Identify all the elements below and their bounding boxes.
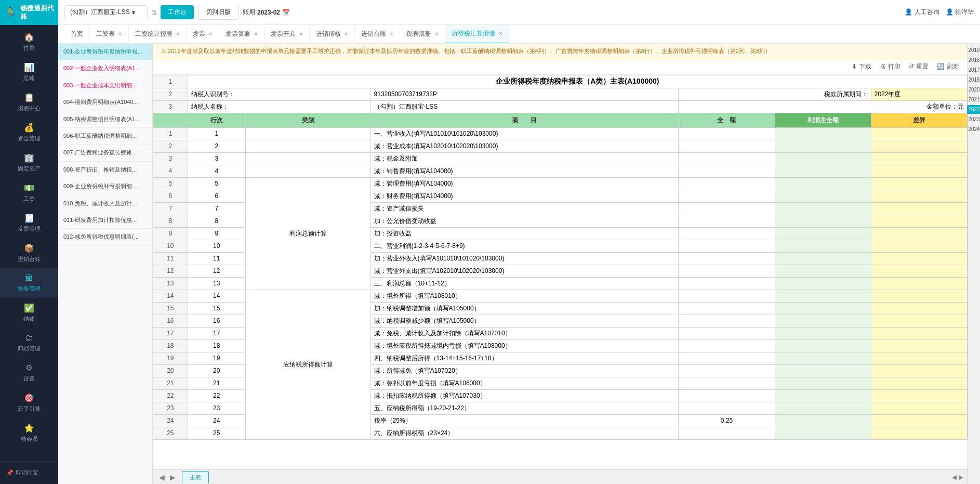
row-diff[interactable] bbox=[871, 290, 967, 302]
row-profit[interactable] bbox=[775, 315, 871, 327]
tab-close-4[interactable]: ✕ bbox=[254, 31, 258, 37]
row-diff[interactable] bbox=[871, 202, 967, 215]
row-amount[interactable] bbox=[679, 427, 775, 439]
row-diff[interactable] bbox=[871, 402, 967, 414]
row-amount[interactable] bbox=[679, 339, 775, 352]
row-diff[interactable] bbox=[871, 427, 967, 439]
sidebar-item-首页[interactable]: 🏠首页 bbox=[0, 27, 58, 57]
row-profit[interactable] bbox=[775, 190, 871, 202]
row-profit[interactable] bbox=[775, 152, 871, 165]
tab-9[interactable]: 所得税汇算清缴✕ bbox=[445, 25, 509, 44]
row-diff[interactable] bbox=[871, 165, 967, 177]
spreadsheet-area[interactable]: 1 企业所得税年度纳税申报表（A类）主表(A100000) 2 纳税人识别号： … bbox=[153, 75, 968, 470]
calendar-icon[interactable]: 📅 bbox=[282, 9, 290, 16]
sidebar-item-工资[interactable]: 💵工资 bbox=[0, 178, 58, 208]
row-diff[interactable] bbox=[871, 190, 967, 202]
download-button[interactable]: ⬇ 下载 bbox=[852, 62, 871, 71]
row-diff[interactable] bbox=[871, 414, 967, 427]
row-amount[interactable] bbox=[679, 302, 775, 315]
list-item-008[interactable]: 008-资产折旧、摊销及纳税... bbox=[58, 162, 152, 178]
year-badge-2019[interactable]: 2019 bbox=[967, 46, 980, 55]
row-profit[interactable] bbox=[775, 364, 871, 377]
sidebar-item-固定资产[interactable]: 🏢固定资产 bbox=[0, 148, 58, 178]
print-button[interactable]: 🖨 打印 bbox=[880, 62, 900, 71]
tab-close-8[interactable]: ✕ bbox=[434, 31, 439, 37]
row-diff[interactable] bbox=[871, 315, 967, 327]
row-diff[interactable] bbox=[871, 252, 967, 265]
row-profit[interactable] bbox=[775, 177, 871, 190]
tab-4[interactable]: 发票算账✕ bbox=[219, 25, 264, 44]
scroll-right-icon[interactable]: ▶ bbox=[959, 474, 963, 481]
list-item-002[interactable]: 002-一般企业收入明细表(A1... bbox=[58, 60, 152, 77]
year-badge-2024[interactable]: 2024 bbox=[967, 125, 980, 134]
copy-icon[interactable]: ⧉ bbox=[152, 9, 156, 16]
tab-close-6[interactable]: ✕ bbox=[344, 31, 348, 37]
year-badge-2016[interactable]: 2016 bbox=[967, 56, 980, 64]
sidebar-item-新手引导[interactable]: 🎯新手引导 bbox=[0, 388, 58, 418]
row-diff[interactable] bbox=[871, 215, 967, 227]
row-amount[interactable] bbox=[679, 352, 775, 364]
list-item-010[interactable]: 010-免税、减计收入及加计... bbox=[58, 195, 152, 212]
row-profit[interactable] bbox=[775, 352, 871, 364]
sheet-tab-main[interactable]: 主表 bbox=[182, 471, 209, 483]
row-profit[interactable] bbox=[775, 290, 871, 302]
nav-next-icon[interactable]: ▶ bbox=[168, 472, 178, 482]
row-amount[interactable] bbox=[679, 202, 775, 215]
list-item-011[interactable]: 011-研发费用加计扣除优惠... bbox=[58, 212, 152, 229]
row-amount[interactable] bbox=[679, 177, 775, 190]
tab-5[interactable]: 发票开具✕ bbox=[264, 25, 310, 44]
nav-prev-icon[interactable]: ◀ bbox=[157, 472, 167, 482]
row-amount[interactable] bbox=[679, 152, 775, 165]
tab-close-7[interactable]: ✕ bbox=[389, 31, 393, 37]
sidebar-item-资金管理[interactable]: 💰资金管理 bbox=[0, 117, 58, 148]
row-diff[interactable] bbox=[871, 227, 967, 240]
tab-8[interactable]: 税表清册✕ bbox=[400, 25, 445, 44]
row-profit[interactable] bbox=[775, 252, 871, 265]
user-service[interactable]: 👤 人工咨询 bbox=[905, 8, 939, 17]
sidebar-item-结账[interactable]: ✅结账 bbox=[0, 298, 58, 328]
tab-close-3[interactable]: ✕ bbox=[208, 31, 213, 37]
tab-3[interactable]: 发票✕ bbox=[187, 25, 219, 44]
tab-close-1[interactable]: ✕ bbox=[118, 31, 122, 37]
row-amount[interactable] bbox=[679, 290, 775, 302]
row-amount[interactable] bbox=[679, 127, 775, 140]
row-amount[interactable] bbox=[679, 240, 775, 252]
year-badge-2018[interactable]: 2018 bbox=[967, 75, 980, 84]
tab-close-9[interactable]: ✕ bbox=[498, 31, 502, 36]
row-profit[interactable] bbox=[775, 277, 871, 290]
row-profit[interactable] bbox=[775, 402, 871, 414]
row-diff[interactable] bbox=[871, 127, 967, 140]
sidebar-item-进销台账[interactable]: 📦进销台账 bbox=[0, 238, 58, 268]
sidebar-item-畅会员[interactable]: ⭐畅会员 bbox=[0, 418, 58, 448]
year-badge-2021[interactable]: 2021 bbox=[967, 95, 980, 104]
row-diff[interactable] bbox=[871, 152, 967, 165]
row-profit[interactable] bbox=[775, 377, 871, 389]
row-diff[interactable] bbox=[871, 339, 967, 352]
list-item-007[interactable]: 007-广告费和业务宣传费摊... bbox=[58, 145, 152, 161]
row-amount[interactable] bbox=[679, 190, 775, 202]
tab-2[interactable]: 工资统计报表✕ bbox=[129, 25, 187, 44]
row-diff[interactable] bbox=[871, 177, 967, 190]
tab-7[interactable]: 进销台账✕ bbox=[355, 25, 400, 44]
sidebar-item-发票管理[interactable]: 🧾发票管理 bbox=[0, 208, 58, 238]
sidebar-item-总账[interactable]: 📊总账 bbox=[0, 57, 58, 87]
row-amount[interactable] bbox=[679, 265, 775, 277]
year-badge-2022[interactable]: 2022 bbox=[967, 105, 980, 114]
year-badge-2017[interactable]: 2017 bbox=[967, 66, 980, 74]
list-item-006[interactable]: 006-职工薪酬纳税调整明细... bbox=[58, 128, 152, 145]
row-amount[interactable] bbox=[679, 252, 775, 265]
switch-old-button[interactable]: 切到旧版 bbox=[198, 5, 239, 20]
sidebar-item-报表中心[interactable]: 📋报表中心 bbox=[0, 87, 58, 117]
workspace-button[interactable]: 工作台 bbox=[161, 5, 194, 19]
row-profit[interactable] bbox=[775, 127, 871, 140]
row-diff[interactable] bbox=[871, 352, 967, 364]
row-amount[interactable] bbox=[679, 377, 775, 389]
row-diff[interactable] bbox=[871, 240, 967, 252]
scroll-left-icon[interactable]: ◀ bbox=[952, 474, 957, 481]
year-badge-2023[interactable]: 2023 bbox=[967, 115, 980, 124]
row-profit[interactable] bbox=[775, 227, 871, 240]
row-diff[interactable] bbox=[871, 389, 967, 402]
row-amount[interactable] bbox=[679, 315, 775, 327]
refresh-button[interactable]: 🔄 刷新 bbox=[937, 62, 959, 71]
list-item-004[interactable]: 004-期间费用明细表(A1040... bbox=[58, 94, 152, 111]
